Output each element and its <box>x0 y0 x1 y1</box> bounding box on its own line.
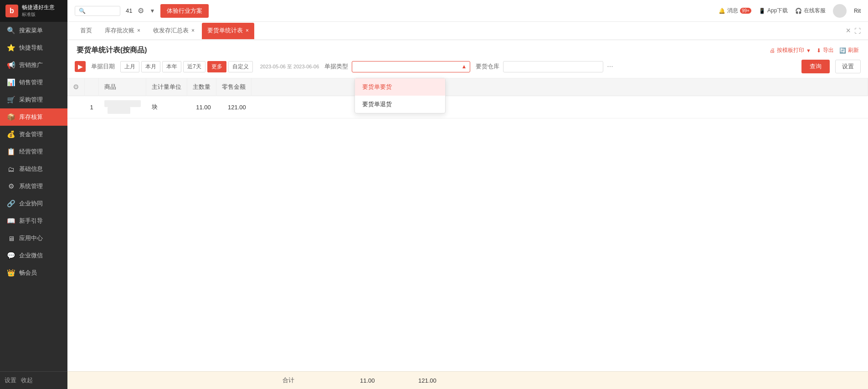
sidebar-item-purchase[interactable]: 🛒 采购管理 <box>0 91 67 108</box>
type-filter-label: 单据类型 <box>324 62 348 71</box>
tab-close-order-stats[interactable]: × <box>246 28 249 33</box>
industry-btn[interactable]: 体验行业方案 <box>160 4 209 18</box>
online-service-btn[interactable]: 🎧 在线客服 <box>795 7 826 15</box>
sidebar-item-finance[interactable]: 💰 资金管理 <box>0 126 67 143</box>
prev-month-btn[interactable]: 上月 <box>120 61 139 72</box>
warehouse-more-btn[interactable]: ··· <box>607 62 613 71</box>
type-dropdown-menu: 要货单要货 要货单退货 <box>354 78 446 113</box>
settings-btn[interactable]: 设置 <box>835 60 861 73</box>
tab-close-inventory-batch[interactable]: × <box>137 28 140 33</box>
date-range-display: 2023-05-06 至 2023-06-06 <box>260 63 319 70</box>
notification-btn[interactable]: 🔔 消息 99+ <box>719 7 751 15</box>
sidebar-item-enterprise[interactable]: 🔗 企业协同 <box>0 195 67 212</box>
sidebar-item-system[interactable]: ⚙ 系统管理 <box>0 178 67 195</box>
filter-bar: ▶ 单据日期 上月 本月 本年 近7天 更多 自定义 2023-05-06 至 … <box>67 55 868 78</box>
gear-icon: ⚙ <box>6 182 15 190</box>
col-settings-icon[interactable]: ⚙ <box>73 83 79 91</box>
print-btn[interactable]: 🖨 按模板打印 ▼ <box>770 46 811 54</box>
warehouse-filter-input[interactable] <box>503 61 603 72</box>
col-settings: ⚙ <box>67 78 85 96</box>
tab-inventory-batch[interactable]: 库存批次账 × <box>99 23 146 39</box>
star-icon: ⭐ <box>6 44 15 52</box>
row-settings <box>67 96 85 118</box>
link-icon: 🔗 <box>6 200 15 208</box>
sidebar-item-wechat[interactable]: 💬 企业微信 <box>0 247 67 264</box>
sidebar-bottom: 设置 收起 <box>0 371 67 389</box>
phone-icon: 📱 <box>759 8 765 14</box>
filter-expand-btn[interactable]: ▶ <box>75 61 86 72</box>
warehouse-filter-section: 要货仓库 ··· <box>476 61 613 72</box>
bell-icon: 🔔 <box>719 8 725 14</box>
more-btn[interactable]: 更多 <box>207 61 226 72</box>
topbar: 🔍 41 ⚙ ▼ 体验行业方案 🔔 消息 99+ 📱 App下载 🎧 在线客服 … <box>67 0 868 22</box>
print-dropdown-icon[interactable]: ▼ <box>806 48 811 53</box>
data-table: ⚙ 商品 主计量单位 主数量 零售金额 1 <box>67 78 868 118</box>
brand-name: 畅捷通好生意 <box>22 4 55 11</box>
topbar-right: 🔔 消息 99+ 📱 App下载 🎧 在线客服 Rit <box>719 4 861 18</box>
sidebar-item-search[interactable]: 🔍 搜索菜单 <box>0 22 67 39</box>
dropdown-option-order-goods[interactable]: 要货单要货 <box>355 78 445 96</box>
sidebar-item-inventory[interactable]: 📦 库存核算 <box>0 108 67 126</box>
maximize-icon[interactable]: ⛶ <box>854 27 861 35</box>
page-actions: 🖨 按模板打印 ▼ ⬇ 导出 🔄 刷新 <box>770 46 859 54</box>
sidebar-item-marketing[interactable]: 📢 营销推广 <box>0 56 67 74</box>
type-select-wrapper: ▲ <box>352 61 470 72</box>
type-select-input[interactable] <box>352 61 470 72</box>
date-filter-label: 单据日期 <box>91 62 115 71</box>
export-btn[interactable]: ⬇ 导出 <box>817 46 834 54</box>
query-btn[interactable]: 查询 <box>801 60 830 73</box>
cart-icon: 🛒 <box>6 96 15 104</box>
sidebar-collapse-btn[interactable]: 收起 <box>21 376 33 384</box>
megaphone-icon: 📢 <box>6 61 15 69</box>
summary-amount: 121.00 <box>409 377 437 384</box>
sidebar-nav: 🔍 搜索菜单 ⭐ 快捷导航 📢 营销推广 📊 销售管理 🛒 采购管理 📦 库存核… <box>0 22 67 371</box>
print-icon: 🖨 <box>770 47 775 54</box>
custom-btn[interactable]: 自定义 <box>228 61 253 72</box>
tab-close-shipment-summary[interactable]: × <box>191 28 195 33</box>
main-area: 🔍 41 ⚙ ▼ 体验行业方案 🔔 消息 99+ 📱 App下载 🎧 在线客服 … <box>67 0 868 389</box>
sidebar-item-app-center[interactable]: 🖥 应用中心 <box>0 230 67 247</box>
refresh-icon: 🔄 <box>839 47 846 54</box>
logo-icon: b <box>5 5 18 17</box>
col-amount: 零售金额 <box>216 78 252 96</box>
goods-code-placeholder <box>108 107 130 114</box>
tab-shipment-summary[interactable]: 收发存汇总表 × <box>148 23 200 39</box>
curr-month-btn[interactable]: 本月 <box>141 61 160 72</box>
sidebar-item-sales[interactable]: 📊 销售管理 <box>0 74 67 91</box>
app-download-btn[interactable]: 📱 App下载 <box>759 7 788 15</box>
goods-name-placeholder <box>104 100 141 107</box>
col-goods: 商品 <box>99 78 146 96</box>
refresh-btn[interactable]: 🔄 刷新 <box>839 46 859 54</box>
sidebar-item-business[interactable]: 📋 经营管理 <box>0 143 67 160</box>
sidebar-item-guide[interactable]: 📖 新手引导 <box>0 212 67 230</box>
curr-year-btn[interactable]: 本年 <box>162 61 181 72</box>
tab-bar-close: × ⛶ <box>846 26 861 36</box>
sidebar: b 畅捷通好生意 标准版 🔍 搜索菜单 ⭐ 快捷导航 📢 营销推广 📊 销售管理… <box>0 0 67 389</box>
sidebar-settings-btn[interactable]: 设置 <box>5 376 16 384</box>
user-avatar[interactable] <box>833 4 847 18</box>
close-all-icon[interactable]: × <box>846 26 851 36</box>
warehouse-filter-label: 要货仓库 <box>476 62 499 71</box>
type-filter-section: 单据类型 ▲ <box>324 61 470 72</box>
book-icon: 📖 <box>6 217 15 225</box>
last7-btn[interactable]: 近7天 <box>183 61 205 72</box>
sidebar-item-quick-nav[interactable]: ⭐ 快捷导航 <box>0 39 67 56</box>
tab-home[interactable]: 首页 <box>75 23 98 39</box>
select-up-arrow-icon[interactable]: ▲ <box>461 63 467 70</box>
notification-badge: 99+ <box>740 8 751 14</box>
table-header-row: ⚙ 商品 主计量单位 主数量 零售金额 <box>67 78 868 96</box>
row-index: 1 <box>85 96 99 118</box>
tab-order-stats[interactable]: 要货单统计表 × <box>202 23 254 39</box>
col-index <box>85 78 99 96</box>
data-table-wrapper: ⚙ 商品 主计量单位 主数量 零售金额 1 <box>67 78 868 371</box>
row-goods <box>99 96 146 118</box>
sidebar-item-basic[interactable]: 🗂 基础信息 <box>0 160 67 178</box>
row-unit: 块 <box>146 96 187 118</box>
topbar-gear-btn[interactable]: ⚙ <box>138 6 144 15</box>
export-icon: ⬇ <box>817 47 821 54</box>
topbar-dropdown-icon[interactable]: ▼ <box>149 8 155 14</box>
crown-icon: 👑 <box>6 269 15 277</box>
sidebar-item-member[interactable]: 👑 畅会员 <box>0 264 67 282</box>
dropdown-option-order-return[interactable]: 要货单退货 <box>355 96 445 113</box>
col-qty: 主数量 <box>187 78 216 96</box>
